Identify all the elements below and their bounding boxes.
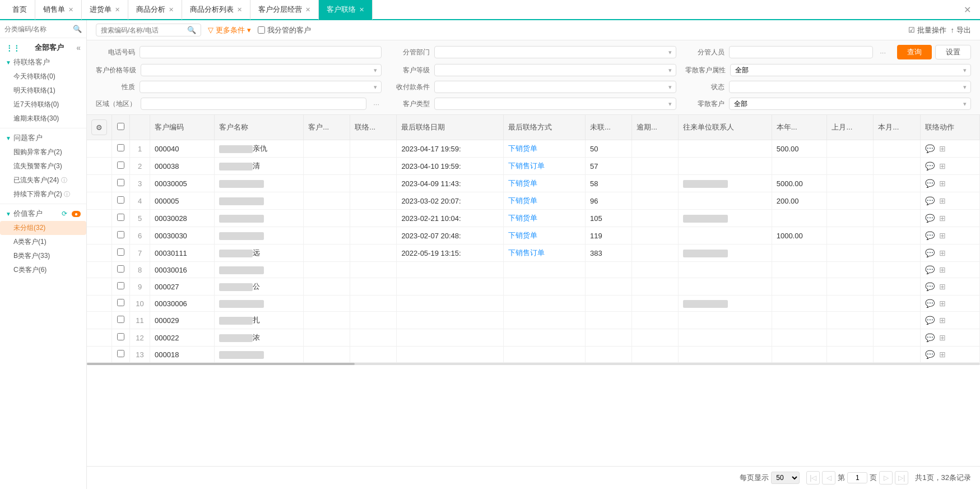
tab-product-analysis-close[interactable]: ✕ (169, 6, 174, 13)
row-checkbox-1[interactable] (117, 144, 124, 151)
select-all-checkbox[interactable] (117, 123, 124, 130)
row-checkbox-4[interactable] (117, 196, 124, 204)
row-checkbox-10[interactable] (117, 299, 124, 306)
action-message-icon[interactable]: 💬 (925, 214, 935, 223)
action-message-icon[interactable]: 💬 (925, 248, 935, 257)
batch-operations-btn[interactable]: ☑ 批量操作 (908, 25, 946, 35)
sidebar-item-overdue[interactable]: 逾期未联络(30) (0, 112, 86, 126)
settings-icon[interactable]: ⚙ (91, 119, 107, 135)
page-first-btn[interactable]: |◁ (806, 471, 820, 485)
sidebar-collapse-icon[interactable]: « (76, 43, 81, 52)
tab-customer-segment[interactable]: 客户分层经营 ✕ (250, 0, 319, 20)
action-grid-icon[interactable]: ⊞ (939, 214, 946, 223)
filter-region-input[interactable] (141, 98, 366, 110)
row-checkbox-9[interactable] (117, 282, 124, 289)
action-grid-icon[interactable]: ⊞ (939, 316, 946, 325)
tab-purchase-close[interactable]: ✕ (115, 6, 120, 13)
action-message-icon[interactable]: 💬 (925, 333, 935, 342)
my-customers-checkbox[interactable] (258, 26, 265, 34)
main-search-input[interactable] (101, 26, 185, 34)
sidebar-search-input[interactable] (4, 25, 71, 33)
filter-retail-cust-select[interactable]: 全部 (729, 98, 971, 110)
filter-phone-input[interactable] (140, 46, 382, 58)
sidebar-item-churned[interactable]: 已流失客户(24) ⓘ (0, 173, 86, 187)
row-checkbox-13[interactable] (117, 350, 124, 357)
sidebar-item-declining[interactable]: 持续下滑客户(2) ⓘ (0, 187, 86, 201)
row-checkbox-6[interactable] (117, 231, 124, 238)
action-grid-icon[interactable]: ⊞ (939, 350, 946, 359)
action-message-icon[interactable]: 💬 (925, 144, 935, 153)
action-message-icon[interactable]: 💬 (925, 265, 935, 274)
filter-manager-dots[interactable]: ··· (877, 48, 888, 57)
sidebar-group-problem[interactable]: ▼ 问题客户 (0, 131, 86, 145)
filter-nature-select[interactable] (140, 81, 382, 93)
action-grid-icon[interactable]: ⊞ (939, 179, 946, 188)
action-message-icon[interactable]: 💬 (925, 179, 935, 188)
filter-payment-select[interactable] (434, 81, 676, 93)
action-grid-icon[interactable]: ⊞ (939, 282, 946, 291)
filter-ctype-select[interactable] (434, 98, 676, 110)
contact-way-link[interactable]: 下销售订单 (508, 248, 545, 257)
tab-customer-contact[interactable]: 客户联络 ✕ (319, 0, 373, 20)
sidebar-item-churn-warning[interactable]: 流失预警客户(3) (0, 159, 86, 173)
tab-purchase[interactable]: 进货单 ✕ (82, 0, 128, 20)
page-next-btn[interactable]: ▷ (879, 471, 893, 485)
tab-customer-contact-close[interactable]: ✕ (359, 6, 364, 13)
action-grid-icon[interactable]: ⊞ (939, 231, 946, 240)
filter-level-select[interactable] (434, 64, 676, 76)
action-message-icon[interactable]: 💬 (925, 196, 935, 205)
action-grid-icon[interactable]: ⊞ (939, 162, 946, 170)
action-grid-icon[interactable]: ⊞ (939, 299, 946, 308)
row-checkbox-7[interactable] (117, 248, 124, 256)
tab-home[interactable]: 首页 (4, 0, 35, 20)
sidebar-group-value[interactable]: ▼ 价值客户 ⟳ ● (0, 206, 86, 221)
row-checkbox-3[interactable] (117, 179, 124, 186)
value-refresh-icon[interactable]: ⟳ (62, 210, 67, 218)
sidebar-item-c-class[interactable]: C类客户(6) (0, 263, 86, 277)
filter-status-select[interactable] (729, 81, 971, 93)
row-checkbox-5[interactable] (117, 214, 124, 221)
filter-price-select[interactable] (141, 64, 382, 76)
row-checkbox-8[interactable] (117, 265, 124, 273)
contact-way-link[interactable]: 下销货单 (508, 231, 537, 239)
export-btn[interactable]: ↑ 导出 (951, 25, 972, 35)
sidebar-item-tomorrow[interactable]: 明天待联络(1) (0, 84, 86, 98)
tab-sales-close[interactable]: ✕ (68, 6, 73, 13)
my-customers-checkbox-wrap[interactable]: 我分管的客户 (258, 25, 311, 35)
page-prev-btn[interactable]: ◁ (822, 471, 835, 485)
tab-product-list-close[interactable]: ✕ (237, 6, 242, 13)
row-checkbox-2[interactable] (117, 162, 124, 169)
action-grid-icon[interactable]: ⊞ (939, 196, 946, 205)
sidebar-item-today[interactable]: 今天待联络(0) (0, 70, 86, 84)
contact-way-link[interactable]: 下销售订单 (508, 162, 545, 170)
action-message-icon[interactable]: 💬 (925, 162, 935, 170)
window-close-icon[interactable]: ✕ (959, 4, 976, 15)
action-grid-icon[interactable]: ⊞ (939, 144, 946, 153)
sidebar-search-icon[interactable]: 🔍 (73, 25, 82, 33)
query-button[interactable]: 查询 (897, 45, 932, 59)
col-resize-handle[interactable] (212, 115, 214, 140)
tab-product-list[interactable]: 商品分析列表 ✕ (182, 0, 250, 20)
contact-way-link[interactable]: 下销货单 (508, 196, 537, 205)
contact-way-link[interactable]: 下销货单 (508, 214, 537, 222)
reset-button[interactable]: 设置 (935, 45, 971, 59)
more-conditions-btn[interactable]: ▽ 更多条件 ▾ (208, 25, 251, 35)
action-grid-icon[interactable]: ⊞ (939, 265, 946, 274)
action-message-icon[interactable]: 💬 (925, 282, 935, 291)
contact-way-link[interactable]: 下销货单 (508, 179, 537, 187)
col-settings[interactable]: ⚙ (87, 115, 112, 140)
action-grid-icon[interactable]: ⊞ (939, 248, 946, 257)
page-last-btn[interactable]: ▷| (895, 471, 908, 485)
filter-region-dots[interactable]: ··· (371, 100, 382, 108)
sidebar-item-abnormal[interactable]: 囤购异常客户(2) (0, 145, 86, 159)
row-checkbox-12[interactable] (117, 333, 124, 340)
filter-retail-attr-select[interactable]: 全部 (730, 64, 971, 76)
sidebar-group-pending[interactable]: ▼ 待联络客户 (0, 55, 86, 70)
sidebar-item-b-class[interactable]: B类客户(33) (0, 249, 86, 263)
action-message-icon[interactable]: 💬 (925, 231, 935, 240)
sidebar-item-ungrouped[interactable]: 未分组(32) (0, 221, 86, 235)
tab-product-analysis[interactable]: 商品分析 ✕ (128, 0, 182, 20)
contact-way-link[interactable]: 下销货单 (508, 144, 537, 153)
page-number-input[interactable] (847, 472, 867, 483)
action-message-icon[interactable]: 💬 (925, 299, 935, 308)
